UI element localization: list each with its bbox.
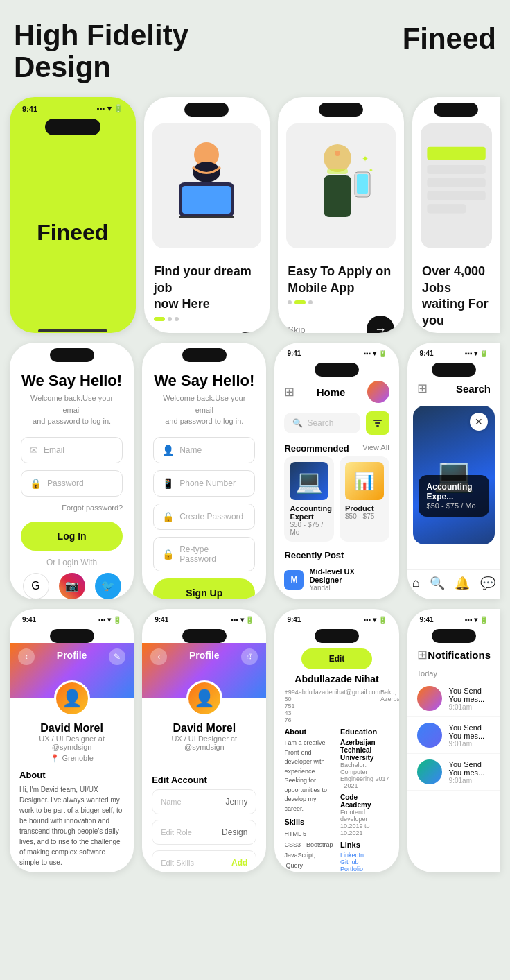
- edit-name: David Morel: [152, 722, 256, 734]
- dynamic-island: [182, 629, 227, 643]
- filter-button[interactable]: [366, 411, 389, 435]
- link-portfolio[interactable]: Portfolio: [340, 866, 389, 872]
- signup-subtitle: Welcome back.Use your emailand password …: [142, 393, 266, 427]
- phone-icon: 📱: [162, 478, 174, 489]
- job-card-1[interactable]: 💻 Accounting Expert $50 - $75 / Mo: [284, 456, 334, 542]
- svg-rect-7: [324, 175, 351, 217]
- signup-title: We Say Hello!: [142, 372, 266, 390]
- profile-location: 📍 Grenoble: [19, 754, 124, 763]
- forgot-password-link[interactable]: Forgot password?: [21, 504, 123, 512]
- phone-onboard-3: Over 4,000 Jobswaiting For you Skip →: [412, 97, 500, 333]
- edit-account-title: Edit Account: [152, 775, 256, 785]
- phone-detail: 9:41 ▪▪▪ ▾ 🔋 Edit Abdullazade Nihat +994…: [274, 609, 398, 872]
- onboard-illustration-3: [421, 123, 492, 248]
- search-input[interactable]: 🔍 Search: [284, 413, 360, 433]
- next-button[interactable]: →: [367, 316, 394, 333]
- person-phone-svg: ✦ ✦: [299, 134, 382, 238]
- phone-search: 9:41 ▪▪▪ ▾ 🔋 ⊞ Search 💻 ✕ Accounting Exp…: [407, 343, 500, 599]
- splash-logo: Fineed: [37, 220, 108, 246]
- svg-rect-15: [427, 178, 485, 187]
- edit-button[interactable]: Edit: [301, 648, 373, 669]
- svg-text:✦: ✦: [362, 154, 369, 164]
- skills-list: HTML 5CSS3 - BootstrapJavaScript, jQuery…: [284, 829, 333, 872]
- onboard-text-3: Over 4,000 Jobswaiting For you: [412, 255, 500, 333]
- dynamic-island: [45, 119, 100, 135]
- link-linkedin[interactable]: LinkedIn: [340, 852, 389, 859]
- about-text: Hi, I'm David team, UI/UX Designer. I've…: [19, 784, 124, 868]
- nav-home-icon[interactable]: ⌂: [412, 576, 420, 591]
- link-github[interactable]: Github: [340, 859, 389, 866]
- profile-avatar: 👤: [54, 680, 90, 716]
- lock-icon-2: 🔒: [162, 549, 174, 560]
- phone-splash: 9:41 ▪▪▪ ▾ 🔋 Fineed: [10, 97, 136, 333]
- lock-icon: 🔒: [30, 478, 42, 489]
- phone-field[interactable]: 📱 Phone Number: [153, 470, 255, 497]
- row-3: 9:41 ▪▪▪ ▾ 🔋 Profile ‹ ✎ 👤 David Morel U…: [10, 609, 500, 872]
- name-field[interactable]: 👤 Name: [153, 437, 255, 463]
- user-avatar[interactable]: [367, 381, 389, 403]
- phone-notifications: 9:41 ▪▪▪ ▾ 🔋 ⊞ Notifications Today You S…: [407, 609, 500, 872]
- back-button[interactable]: ‹: [150, 648, 167, 665]
- print-button[interactable]: 🖨: [241, 648, 258, 665]
- home-header: ⊞ Home: [274, 377, 398, 407]
- svg-rect-20: [376, 425, 379, 427]
- svg-rect-6: [327, 169, 348, 174]
- create-password-field[interactable]: 🔒 Create Password: [153, 504, 255, 530]
- notif-item-1[interactable]: You Send You mes... 9:01am: [407, 680, 500, 717]
- onboard-dots-1: [154, 317, 261, 321]
- nav-msg-icon[interactable]: 💬: [480, 576, 495, 591]
- person-laptop-svg: [165, 134, 248, 238]
- nav-search-icon[interactable]: 🔍: [430, 576, 445, 591]
- notif-item-2[interactable]: You Send You mes... 9:01am: [407, 717, 500, 754]
- next-button[interactable]: →: [232, 332, 260, 334]
- splash-content: Fineed: [10, 135, 136, 329]
- recent-job-item[interactable]: M Mid-level UX Designer Yandal: [284, 563, 389, 596]
- edu-item-2: Code Academy Frontend developer 10.2019 …: [340, 793, 389, 836]
- dynamic-island: [432, 629, 476, 643]
- role-edit-field[interactable]: Edit Role Design: [152, 820, 256, 845]
- grid-icon[interactable]: ⊞: [417, 381, 428, 396]
- search-bar: 🔍 Search: [284, 411, 389, 435]
- login-button[interactable]: Log In: [21, 522, 123, 551]
- instagram-button[interactable]: 📷: [59, 573, 85, 599]
- search-title: Search: [456, 383, 491, 395]
- edit-icon-button[interactable]: ✎: [109, 648, 125, 665]
- view-all-link[interactable]: View All: [362, 443, 389, 454]
- password-field[interactable]: 🔒 Password: [21, 470, 123, 497]
- edu-item-1: Azerbaijan Technical University Bachelor…: [340, 739, 389, 789]
- job-price-1: $50 - $75 / Mo: [290, 521, 328, 536]
- onboard-dots-2: [288, 300, 394, 304]
- signup-button[interactable]: Sign Up: [153, 578, 255, 600]
- onboard-text-1: Find your dream jobnow Here: [144, 255, 270, 326]
- job-card-2[interactable]: 📊 Product $50 - $75: [340, 456, 389, 542]
- about-title: About: [19, 770, 124, 780]
- email-field[interactable]: ✉ Email: [21, 437, 123, 463]
- back-button[interactable]: ‹: [18, 648, 35, 665]
- google-button[interactable]: G: [23, 573, 49, 599]
- dynamic-island: [50, 348, 94, 362]
- search-detail-card[interactable]: 💻 ✕ Accounting Expe... $50 - $75 / Mo: [413, 406, 495, 544]
- profile-cover-edit: Profile ‹ 🖨 👤: [142, 643, 266, 698]
- phone-home: 9:41 ▪▪▪ ▾ 🔋 ⊞ Home 🔍 Search: [274, 343, 398, 599]
- notif-item-3[interactable]: You Send You mes... 9:01am: [407, 754, 500, 791]
- skip-button[interactable]: Skip: [288, 325, 305, 334]
- twitter-button[interactable]: 🐦: [95, 573, 121, 599]
- login-form: ✉ Email 🔒 Password Forgot password? Log …: [10, 427, 134, 600]
- phone-profile: 9:41 ▪▪▪ ▾ 🔋 Profile ‹ ✎ 👤 David Morel U…: [10, 609, 134, 872]
- phone-onboard-1: Find your dream jobnow Here Skip →: [144, 97, 270, 333]
- signup-form: 👤 Name 📱 Phone Number 🔒 Create Password …: [142, 427, 266, 600]
- grid-icon[interactable]: ⊞: [417, 647, 428, 662]
- social-buttons: G 📷 🐦: [21, 573, 123, 599]
- detail-two-col: About I am a creative Front-end develope…: [274, 728, 398, 872]
- phone-grid: 9:41 ▪▪▪ ▾ 🔋 Fineed: [0, 97, 510, 882]
- skills-edit-field[interactable]: Edit Skills Add: [152, 850, 256, 872]
- row-1: 9:41 ▪▪▪ ▾ 🔋 Fineed: [10, 97, 500, 333]
- confirm-password-field[interactable]: 🔒 Re-type Password: [153, 537, 255, 571]
- profile-name: David Morel: [19, 722, 124, 734]
- grid-icon[interactable]: ⊞: [284, 384, 294, 399]
- name-edit-field[interactable]: Name Jenny: [152, 789, 256, 814]
- filter-icon: [372, 418, 383, 429]
- nav-bell-icon[interactable]: 🔔: [455, 576, 470, 591]
- right-col: Education Azerbaijan Technical Universit…: [340, 728, 389, 872]
- svg-rect-16: [427, 191, 485, 200]
